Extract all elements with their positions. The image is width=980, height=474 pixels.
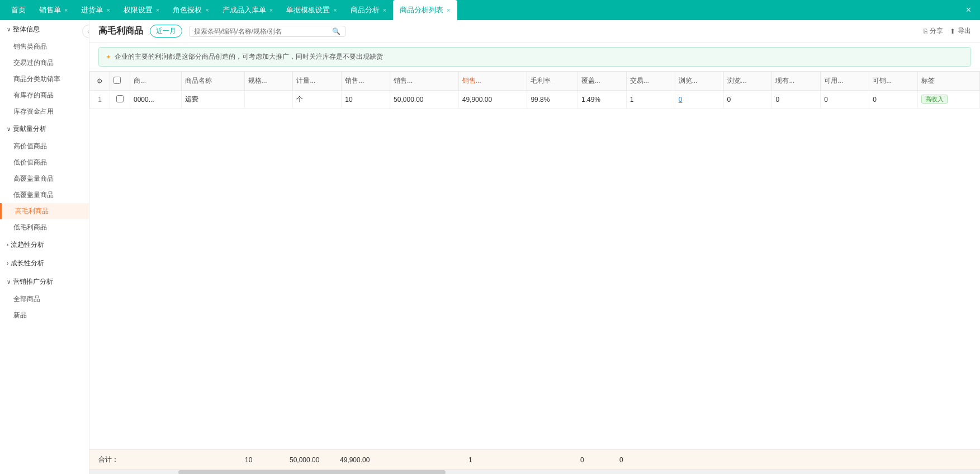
nav-tab-sales[interactable]: 销售单 ×	[32, 0, 74, 20]
col-spec: 规格...	[244, 72, 293, 91]
col-name: 商品名称	[181, 72, 244, 91]
col-browse1: 浏览...	[675, 72, 723, 91]
row-coverage: 1.49%	[577, 91, 626, 109]
sidebar-item-low-value[interactable]: 低价值商品	[0, 154, 89, 171]
search-icon[interactable]: 🔍	[332, 27, 340, 35]
table-row: 1 0000... 运费 个 10 50,000.00 49,900.00 99…	[90, 91, 980, 109]
search-input[interactable]	[194, 27, 332, 35]
nav-tab-template[interactable]: 单据模板设置 ×	[280, 0, 343, 20]
arrow-down-icon: ∨	[7, 279, 11, 285]
row-gross-rate: 99.8%	[527, 91, 578, 109]
col-unit: 计量...	[293, 72, 342, 91]
row-checkbox-cell[interactable]	[110, 91, 130, 109]
nav-tab-purchase[interactable]: 进货单 ×	[74, 0, 116, 20]
sidebar-item-sale-goods[interactable]: 销售类商品	[0, 39, 89, 55]
footer-browse1	[499, 456, 538, 464]
sidebar-item-high-value[interactable]: 高价值商品	[0, 138, 89, 154]
sidebar-item-low-coverage[interactable]: 低覆盖量商品	[0, 187, 89, 203]
row-unit: 个	[293, 91, 342, 109]
window-close-button[interactable]: ×	[962, 5, 976, 15]
footer-browse2	[538, 456, 577, 464]
sidebar-item-low-margin[interactable]: 低毛利商品	[0, 219, 89, 236]
col-settings[interactable]: ⚙	[90, 72, 110, 91]
row-browse1[interactable]: 0	[675, 91, 723, 109]
sidebar-item-high-margin[interactable]: 高毛利商品	[0, 203, 89, 219]
share-button[interactable]: ⎘ 分享	[924, 26, 943, 36]
row-tag: 高收入	[918, 91, 980, 109]
arrow-right-icon: ›	[7, 260, 8, 266]
close-icon[interactable]: ×	[106, 7, 110, 13]
footer-sale-profit-val: 49,900.00	[337, 456, 387, 464]
row-num: 1	[90, 91, 110, 109]
col-available: 可用...	[821, 72, 869, 91]
col-saleable: 可销...	[869, 72, 918, 91]
close-icon[interactable]: ×	[383, 7, 386, 13]
nav-tab-analysis-list[interactable]: 商品分析列表 ×	[393, 0, 457, 20]
top-nav: 首页 销售单 × 进货单 × 权限设置 × 角色授权 × 产成品入库单 × 单据…	[0, 0, 980, 20]
export-button[interactable]: ⬆ 导出	[950, 26, 971, 36]
col-gross-rate: 毛利率	[527, 72, 578, 91]
sidebar-item-category-rate[interactable]: 商品分类助销率	[0, 71, 89, 87]
content-area: 高毛利商品 近一月 🔍 ⎘ 分享 ⬆ 导出 ✦ 企业的主要的利润都是这部分商品创…	[89, 20, 980, 474]
period-button[interactable]: 近一月	[150, 25, 182, 37]
row-saleable: 0	[869, 91, 918, 109]
sidebar-group-trend[interactable]: › 流趋性分析	[0, 236, 89, 254]
sidebar-item-new-goods[interactable]: 新品	[0, 307, 89, 323]
horizontal-scrollbar[interactable]	[89, 470, 980, 474]
sidebar-group-contribution[interactable]: ∨ 贡献量分析	[0, 120, 89, 138]
col-sale-profit: 销售...	[458, 72, 527, 91]
sidebar-item-traded-goods[interactable]: 交易过的商品	[0, 55, 89, 71]
page-title: 高毛利商品	[98, 25, 143, 37]
footer-sale-qty	[130, 456, 242, 464]
sidebar-group-marketing[interactable]: ∨ 营销推广分析	[0, 273, 89, 291]
close-icon[interactable]: ×	[205, 7, 209, 13]
col-code: 商...	[130, 72, 182, 91]
close-icon[interactable]: ×	[156, 7, 159, 13]
footer-sale-qty-val: 10	[242, 456, 286, 464]
row-current: 0	[772, 91, 821, 109]
col-tag: 标签	[918, 72, 980, 91]
content-header: 高毛利商品 近一月 🔍 ⎘ 分享 ⬆ 导出	[89, 20, 980, 43]
scrollbar-thumb[interactable]	[178, 470, 446, 474]
nav-tab-analysis[interactable]: 商品分析 ×	[344, 0, 393, 20]
close-icon[interactable]: ×	[269, 7, 273, 13]
info-icon: ✦	[106, 53, 111, 61]
nav-tab-permissions[interactable]: 权限设置 ×	[117, 0, 166, 20]
select-all-checkbox[interactable]	[113, 77, 121, 84]
footer-cells: 10 50,000.00 49,900.00 1 0 0	[130, 456, 971, 464]
close-icon[interactable]: ×	[447, 7, 450, 13]
col-sale-qty: 销售...	[342, 72, 390, 91]
nav-tab-roles[interactable]: 角色授权 ×	[166, 0, 215, 20]
sidebar-item-all-goods[interactable]: 全部商品	[0, 291, 89, 307]
col-trade: 交易...	[626, 72, 675, 91]
row-sale-profit: 49,900.00	[458, 91, 527, 109]
col-sale-amt: 销售...	[390, 72, 459, 91]
sidebar-item-stock-capital[interactable]: 库存资金占用	[0, 104, 89, 120]
arrow-down-icon: ∨	[7, 126, 11, 132]
row-code: 0000...	[130, 91, 182, 109]
sidebar-item-in-stock[interactable]: 有库存的商品	[0, 87, 89, 104]
row-spec	[244, 91, 293, 109]
col-browse2: 浏览...	[723, 72, 772, 91]
sidebar-group-overview[interactable]: ∨ 整体信息	[0, 20, 89, 39]
row-sale-amt: 50,000.00	[390, 91, 459, 109]
row-available: 0	[821, 91, 869, 109]
row-checkbox[interactable]	[116, 95, 124, 102]
close-icon[interactable]: ×	[333, 7, 337, 13]
share-icon: ⎘	[924, 27, 927, 35]
footer-sale-amt-val: 50,000.00	[286, 456, 337, 464]
data-table: ⚙ 商... 商品名称 规格... 计量... 销售... 销售... 销售..…	[89, 71, 980, 109]
sidebar-item-high-coverage[interactable]: 高覆盖量商品	[0, 171, 89, 187]
info-banner: ✦ 企业的主要的利润都是这部分商品创造的，可考虑加大推广，同时关注库存是不要出现…	[98, 47, 971, 67]
footer-current-val: 0	[577, 456, 616, 464]
row-trade: 1	[626, 91, 675, 109]
table-container[interactable]: ⚙ 商... 商品名称 规格... 计量... 销售... 销售... 销售..…	[89, 71, 980, 449]
nav-tab-home[interactable]: 首页	[4, 0, 32, 20]
search-box: 🔍	[189, 26, 345, 37]
header-actions: ⎘ 分享 ⬆ 导出	[924, 26, 971, 36]
sidebar-group-growth[interactable]: › 成长性分析	[0, 254, 89, 273]
arrow-down-icon: ∨	[7, 26, 11, 32]
nav-tab-warehouse[interactable]: 产成品入库单 ×	[216, 0, 280, 20]
close-icon[interactable]: ×	[64, 7, 68, 13]
footer-available-val: 0	[616, 456, 655, 464]
